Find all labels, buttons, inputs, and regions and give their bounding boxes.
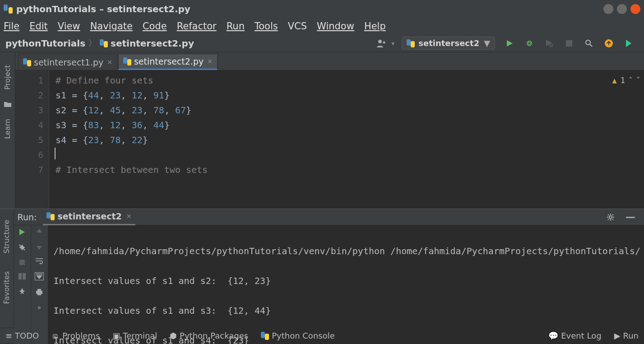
code-content[interactable]: # Define four sets s1 = {44, 23, 12, 91}… xyxy=(49,70,644,209)
stop-button[interactable] xyxy=(564,38,575,49)
debug-button[interactable] xyxy=(524,38,535,49)
run-button[interactable] xyxy=(504,38,515,49)
editor-tab-setintersect2[interactable]: setintersect2.py ✕ xyxy=(118,54,218,70)
menu-help[interactable]: Help xyxy=(364,21,386,32)
menu-run[interactable]: Run xyxy=(227,21,245,32)
python-icon xyxy=(46,212,55,220)
svg-rect-13 xyxy=(37,293,41,295)
svg-point-6 xyxy=(609,216,612,218)
prev-highlight-icon[interactable]: ˄ xyxy=(629,73,633,88)
menu-window[interactable]: Window xyxy=(317,21,354,32)
svg-rect-8 xyxy=(19,260,25,265)
text-cursor xyxy=(55,148,56,159)
python-icon xyxy=(261,332,269,340)
search-everywhere-button[interactable] xyxy=(584,38,594,49)
menu-tools[interactable]: Tools xyxy=(255,21,278,32)
python-packages-tool-button[interactable]: ⬢Python Packages xyxy=(170,331,248,340)
output-line: /home/fahmida/PycharmProjects/pythonTuto… xyxy=(54,244,640,259)
close-tab-icon[interactable]: ✕ xyxy=(207,58,213,65)
svg-rect-10 xyxy=(23,273,26,279)
layout-tool-icon[interactable] xyxy=(19,273,26,279)
stop-tool-button[interactable] xyxy=(19,260,25,265)
breadcrumb-file[interactable]: setintersect2.py xyxy=(111,38,194,49)
editor-tab-setintersect1[interactable]: setintersect1.py ✕ xyxy=(18,54,117,70)
hide-panel-icon[interactable]: — xyxy=(625,212,636,223)
editor-body[interactable]: 1 2 3 4 5 6 7 # Define four sets s1 = {4… xyxy=(15,70,644,209)
left-tool-stripe-lower: Structure Favorites xyxy=(0,209,14,328)
todo-tool-button[interactable]: ≡TODO xyxy=(5,331,39,340)
svg-rect-9 xyxy=(19,273,22,279)
print-icon[interactable] xyxy=(35,288,43,296)
down-stack-icon[interactable] xyxy=(37,243,42,250)
rerun-button[interactable] xyxy=(19,229,25,235)
scroll-to-end-icon[interactable] xyxy=(35,272,44,280)
run-coverage-button[interactable] xyxy=(544,38,555,49)
run-action-toolbar xyxy=(14,225,31,344)
tab-label: setintersect2.py xyxy=(134,56,204,66)
svg-rect-2 xyxy=(550,44,553,47)
run-config-name: setintersect2 xyxy=(418,38,479,48)
menu-refactor[interactable]: Refactor xyxy=(177,21,217,32)
run-output-toolbar: » xyxy=(31,225,48,344)
window-maximize-button[interactable] xyxy=(617,4,627,14)
run-output[interactable]: /home/fahmida/PycharmProjects/pythonTuto… xyxy=(48,225,644,344)
menu-edit[interactable]: Edit xyxy=(29,21,48,32)
run-tab-setintersect2[interactable]: setintersect2 ✕ xyxy=(43,209,135,225)
terminal-tool-button[interactable]: ▣Terminal xyxy=(112,331,157,340)
python-icon xyxy=(407,39,415,47)
python-file-icon xyxy=(23,58,31,66)
structure-tool-button[interactable]: Structure xyxy=(2,220,11,253)
problems-tool-button[interactable]: ⦻Problems xyxy=(51,331,100,340)
debug-tool-icon[interactable] xyxy=(18,243,26,251)
window-title: pythonTutorials – setintersect2.py xyxy=(16,4,190,14)
menu-code[interactable]: Code xyxy=(143,21,167,32)
window-close-button[interactable] xyxy=(630,4,640,14)
run-configuration-dropdown[interactable]: setintersect2 ▼ xyxy=(402,37,495,50)
title-bar: pythonTutorials – setintersect2.py xyxy=(0,0,644,18)
python-file-icon xyxy=(123,57,131,65)
run-tab-name: setintersect2 xyxy=(57,211,121,221)
update-button[interactable] xyxy=(603,38,614,49)
soft-wrap-icon[interactable] xyxy=(35,258,43,264)
warning-icon[interactable]: ▲ xyxy=(612,73,617,88)
breadcrumb[interactable]: pythonTutorials 〉 setintersect2.py xyxy=(5,37,194,49)
project-tool-button[interactable]: Project xyxy=(3,65,12,90)
breadcrumb-project[interactable]: pythonTutorials xyxy=(5,38,85,49)
close-tab-icon[interactable]: ✕ xyxy=(126,213,132,220)
close-tab-icon[interactable]: ✕ xyxy=(107,59,112,66)
menu-file[interactable]: File xyxy=(4,21,19,32)
ide-and-project-settings-icon[interactable] xyxy=(623,38,634,49)
run-tool-button[interactable]: ▶Run xyxy=(614,331,639,340)
up-stack-icon[interactable] xyxy=(37,229,42,235)
output-line: Intersect values of s1 and s3: {12, 44} xyxy=(54,303,640,318)
gear-icon[interactable] xyxy=(605,212,616,223)
app-icon xyxy=(4,5,13,14)
next-highlight-icon[interactable]: ˅ xyxy=(636,73,640,88)
menu-bar: File Edit View Navigate Code Refactor Ru… xyxy=(0,18,644,34)
svg-point-0 xyxy=(378,40,382,43)
folder-icon xyxy=(4,101,12,108)
add-user-icon[interactable] xyxy=(376,38,387,49)
expand-icon[interactable]: » xyxy=(37,304,42,311)
event-log-tool-button[interactable]: 💬Event Log xyxy=(548,331,601,340)
menu-vcs[interactable]: VCS xyxy=(288,21,307,32)
gutter-line-numbers: 1 2 3 4 5 6 7 xyxy=(15,70,49,209)
learn-tool-button[interactable]: Learn xyxy=(3,119,12,139)
python-console-tool-button[interactable]: Python Console xyxy=(261,331,335,340)
left-tool-stripe: Project Learn xyxy=(0,52,15,209)
favorites-tool-button[interactable]: Favorites xyxy=(2,271,11,304)
pin-tool-icon[interactable] xyxy=(19,288,26,295)
navigation-toolbar: pythonTutorials 〉 setintersect2.py ▾ set… xyxy=(0,34,644,52)
window-minimize-button[interactable] xyxy=(603,4,613,14)
python-file-icon xyxy=(100,39,108,47)
menu-navigate[interactable]: Navigate xyxy=(90,21,133,32)
svg-rect-11 xyxy=(36,291,42,294)
svg-point-4 xyxy=(586,40,590,45)
tab-label: setintersect1.py xyxy=(34,57,103,67)
output-line: Intersect values of s1 and s2: {12, 23} xyxy=(54,274,640,288)
inspection-count[interactable]: 1 xyxy=(621,73,625,88)
menu-view[interactable]: View xyxy=(58,21,80,32)
svg-rect-3 xyxy=(566,40,572,46)
svg-point-7 xyxy=(20,246,24,249)
svg-rect-12 xyxy=(37,289,41,291)
